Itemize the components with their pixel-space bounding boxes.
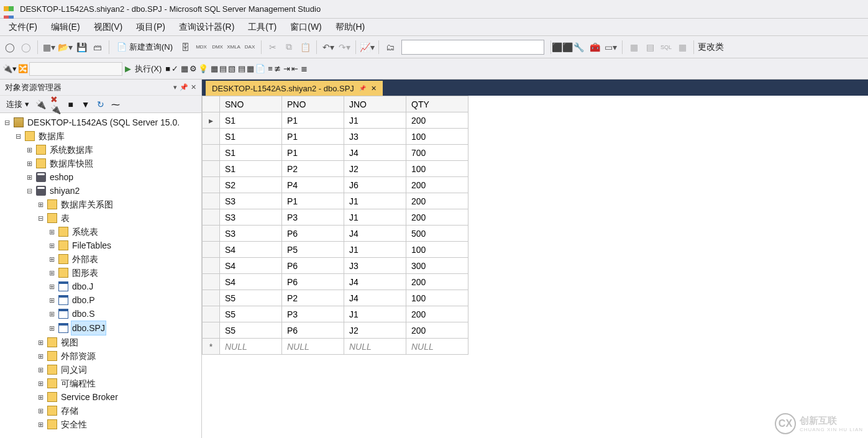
tab-pin-icon[interactable]: 📌 [359,85,366,91]
cell-pno[interactable]: P1 [282,193,344,209]
cell-null[interactable]: NULL [282,339,344,355]
table-row[interactable]: S4 P5 J1 100 [203,242,468,258]
menu-tools[interactable]: 工具(T) [244,21,280,34]
databases-node[interactable]: ⊟数据库 [14,129,201,143]
table-row[interactable]: S1 P1 J4 700 [203,145,468,161]
cell-jno[interactable]: J1 [344,112,406,129]
service-broker-node[interactable]: ⊞Service Broker [36,390,201,404]
nav-back-icon[interactable]: ◯ [2,40,17,55]
cell-jno[interactable]: J1 [344,242,406,258]
cell-pno[interactable]: P1 [282,129,344,145]
connect-button[interactable]: 连接 ▾ [4,98,32,111]
cell-jno[interactable]: J3 [344,258,406,274]
new-item-icon[interactable]: ▦▾ [42,40,57,55]
diagrams-node[interactable]: ⊞数据库关系图 [36,198,201,211]
table-row[interactable]: S3 P1 J1 200 [203,193,468,209]
cell-sno[interactable]: S1 [220,129,282,145]
menu-view[interactable]: 视图(V) [90,21,127,34]
cell-jno[interactable]: J2 [344,322,406,339]
external-resources-node[interactable]: ⊞外部资源 [36,349,201,363]
cell-sno[interactable]: S3 [220,209,282,226]
cell-pno[interactable]: P1 [282,145,344,161]
cell-jno[interactable]: J1 [344,193,406,209]
cell-pno[interactable]: P4 [282,177,344,193]
activity-icon[interactable]: ⁓ [110,99,121,110]
cell-sno[interactable]: S1 [220,112,282,129]
registered-servers-icon[interactable]: 🗂 [383,40,398,55]
cell-pno[interactable]: P6 [282,322,344,339]
document-tab[interactable]: DESKTOP-L1542AS.shiyan2 - dbo.SPJ 📌 ✕ [206,81,383,96]
dmx-query-icon[interactable]: DMX [210,40,225,55]
filetables-node[interactable]: ⊞FileTables [47,239,201,252]
table-dbo-p[interactable]: ⊞dbo.P [47,293,201,307]
cell-null[interactable]: NULL [406,339,468,355]
security-node[interactable]: ⊞安全性 [36,417,201,431]
db-engine-query-icon[interactable]: 🗄 [178,40,193,55]
cell-pno[interactable]: P6 [282,274,344,290]
refresh-icon[interactable]: ↻ [95,99,106,110]
table-row[interactable]: S4 P6 J4 200 [203,274,468,290]
cell-sno[interactable]: S5 [220,290,282,306]
filter-icon[interactable]: ▼ [80,99,91,110]
chart-icon[interactable]: 📈▾ [360,40,375,55]
cell-pno[interactable]: P2 [282,161,344,177]
cell-sno[interactable]: S5 [220,322,282,339]
cell-sno[interactable]: S3 [220,193,282,209]
menu-edit[interactable]: 编辑(E) [47,21,84,34]
col-header-pno[interactable]: PNO [282,96,344,112]
db-shiyan2-node[interactable]: ⊟shiyan2 [25,184,201,198]
connect-plug-icon[interactable]: 🔌 [35,99,47,110]
menu-help[interactable]: 帮助(H) [332,21,368,34]
cell-sno[interactable]: S3 [220,226,282,242]
toolbox-icon[interactable]: 🧰 [587,40,602,55]
open-icon[interactable]: 📂▾ [58,40,73,55]
table-row[interactable]: S3 P3 J1 200 [203,209,468,226]
new-row[interactable]: * NULL NULL NULL NULL [203,339,468,355]
tables-node[interactable]: ⊟表 [36,211,201,225]
cell-sno[interactable]: S4 [220,242,282,258]
panel-pin-icon[interactable]: 📌 [180,83,188,91]
cell-qty[interactable]: 200 [406,322,468,339]
cell-jno[interactable]: J4 [344,290,406,306]
graph-tables-node[interactable]: ⊞图形表 [47,266,201,280]
cell-qty[interactable]: 200 [406,209,468,226]
table-row[interactable]: S1 P2 J2 100 [203,161,468,177]
system-tables-node[interactable]: ⊞系统表 [47,225,201,239]
col-header-sno[interactable]: SNO [220,96,282,112]
settings-icon[interactable]: 🔧 [571,40,586,55]
cell-pno[interactable]: P2 [282,290,344,306]
table-row[interactable]: S5 P3 J1 200 [203,306,468,322]
cell-sno[interactable]: S1 [220,145,282,161]
cell-jno[interactable]: J6 [344,177,406,193]
col-header-qty[interactable]: QTY [406,96,468,112]
stop-icon[interactable]: ■ [65,99,76,110]
cell-qty[interactable]: 300 [406,258,468,274]
cell-qty[interactable]: 100 [406,290,468,306]
execute-label[interactable]: 执行(X) [132,63,164,75]
cell-qty[interactable]: 200 [406,274,468,290]
cell-qty[interactable]: 700 [406,145,468,161]
xmla-query-icon[interactable]: XMLA [226,40,241,55]
cell-qty[interactable]: 200 [406,306,468,322]
external-tables-node[interactable]: ⊞外部表 [47,252,201,266]
cell-sno[interactable]: S5 [220,306,282,322]
cell-qty[interactable]: 100 [406,129,468,145]
system-databases-node[interactable]: ⊞系统数据库 [25,143,201,157]
cell-sno[interactable]: S4 [220,258,282,274]
table-dbo-j[interactable]: ⊞dbo.J [47,280,201,293]
window-layout-icon[interactable]: ▭▾ [603,40,618,55]
change-type-button[interactable]: 更改类 [698,42,724,53]
table-row[interactable]: S5 P6 J2 200 [203,322,468,339]
snapshots-node[interactable]: ⊞数据库快照 [25,157,201,170]
panel-dropdown-icon[interactable]: ▾ [173,83,177,91]
cell-sno[interactable]: S4 [220,274,282,290]
cell-jno[interactable]: J2 [344,161,406,177]
cell-pno[interactable]: P5 [282,242,344,258]
cell-jno[interactable]: J4 [344,145,406,161]
cell-qty[interactable]: 200 [406,112,468,129]
new-query-button[interactable]: 📄 新建查询(N) [113,39,176,56]
database-combo[interactable] [401,40,544,55]
tab-close-icon[interactable]: ✕ [371,84,377,93]
table-dbo-s[interactable]: ⊞dbo.S [47,307,201,321]
cell-sno[interactable]: S2 [220,177,282,193]
